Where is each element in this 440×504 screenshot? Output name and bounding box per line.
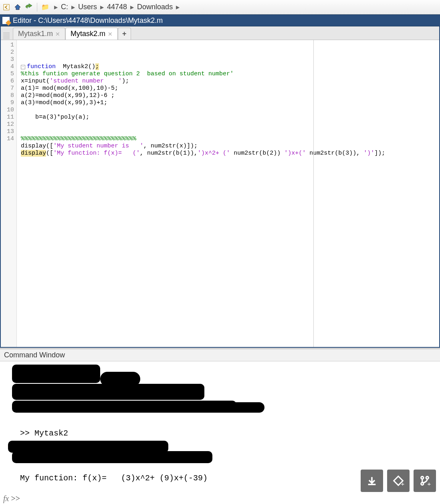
tab-label: Mytask2.m <box>71 30 105 38</box>
folder-icon[interactable] <box>40 2 50 12</box>
chevron-right-icon: ▶ <box>69 4 77 10</box>
close-icon[interactable]: ✕ <box>108 31 113 37</box>
download-button[interactable] <box>361 470 383 492</box>
floating-action-buttons: + + <box>361 470 436 492</box>
code-line[interactable]: %this funtion generate question 2 based … <box>21 71 439 78</box>
print-margin-line <box>313 40 314 347</box>
svg-point-6 <box>426 476 428 479</box>
chevron-right-icon: ▶ <box>98 4 106 10</box>
redacted-block <box>224 402 264 413</box>
svg-point-4 <box>421 476 424 479</box>
tab-mytask2[interactable]: Mytask2.m ✕ <box>65 28 118 40</box>
tab-label: Mytask1.m <box>18 30 53 38</box>
add-layer-button[interactable]: + <box>387 470 410 492</box>
add-branch-button[interactable]: + <box>414 470 436 492</box>
code-editor[interactable]: 1234567891011121314 -function Mytask2();… <box>1 40 439 347</box>
breadcrumb[interactable]: ▶ C: ▶ Users ▶ 44748 ▶ Downloads ▶ <box>52 3 182 11</box>
svg-text:+: + <box>427 481 431 487</box>
editor-titlebar: Editor - C:\Users\44748\Downloads\Mytask… <box>0 14 440 26</box>
breadcrumb-segment[interactable]: C: <box>61 3 68 11</box>
code-line[interactable]: -function Mytask2(); <box>21 63 439 71</box>
code-line[interactable] <box>21 157 439 164</box>
address-toolbar: ▶ C: ▶ Users ▶ 44748 ▶ Downloads ▶ <box>0 0 440 14</box>
redacted-block <box>12 365 100 383</box>
breadcrumb-segment[interactable]: Downloads <box>137 3 173 11</box>
fx-prompt-icon[interactable]: fx >> <box>3 494 20 503</box>
editor-tabstrip: Mytask1.m ✕ Mytask2.m ✕ + <box>1 26 439 40</box>
svg-point-5 <box>421 482 424 485</box>
chevron-right-icon: ▶ <box>128 4 136 10</box>
command-window-title: Command Window <box>0 349 440 361</box>
line-number-gutter: 1234567891011121314 <box>1 40 17 347</box>
code-line[interactable]: display(['My student number is ', num2st… <box>21 143 439 150</box>
command-output-line: My function: f(x)= (3)x^2+ (9)x+(-39) <box>20 474 208 483</box>
toolbar-separator <box>37 3 37 12</box>
code-line[interactable]: b=a(3)*poly(a); <box>21 114 439 121</box>
redacted-block <box>12 401 236 413</box>
fold-icon[interactable]: - <box>21 65 25 69</box>
close-icon[interactable]: ✕ <box>55 31 60 37</box>
new-tab-button[interactable]: + <box>118 28 131 40</box>
svg-text:+: + <box>401 481 404 487</box>
code-line[interactable]: display(['My function: f(x)= (', num2str… <box>21 150 439 157</box>
nav-forward-button[interactable] <box>24 2 34 12</box>
redacted-block <box>12 384 204 400</box>
editor-title: Editor - C:\Users\44748\Downloads\Mytask… <box>13 16 163 25</box>
tab-mytask1[interactable]: Mytask1.m ✕ <box>13 28 65 40</box>
breadcrumb-segment[interactable]: Users <box>78 3 97 11</box>
command-window: Command Window >> Mytask2 My function: f… <box>0 348 440 504</box>
svg-marker-1 <box>15 4 20 10</box>
nav-home-button[interactable] <box>13 2 22 12</box>
editor-icon <box>2 17 10 24</box>
code-line[interactable] <box>21 121 439 128</box>
tabstrip-grip[interactable] <box>3 32 10 40</box>
svg-rect-0 <box>4 4 9 10</box>
code-content[interactable]: -function Mytask2();%this funtion genera… <box>17 40 439 347</box>
code-line[interactable]: a(1)= mod(mod(x,100),10)-5; <box>21 85 439 92</box>
chevron-right-icon: ▶ <box>174 4 182 10</box>
code-line[interactable] <box>21 107 439 114</box>
code-line[interactable]: a(2)=mod(mod(x,99),12)-6 ; <box>21 92 439 99</box>
breadcrumb-segment[interactable]: 44748 <box>107 3 127 11</box>
redacted-block <box>12 451 212 463</box>
command-prompt-line: >> Mytask2 <box>20 429 68 438</box>
code-line[interactable]: x=input('student number '); <box>21 78 439 85</box>
nav-back-button[interactable] <box>2 2 11 12</box>
code-line[interactable]: a(3)=mod(mod(x,99),3)+1; <box>21 99 439 107</box>
code-line[interactable] <box>21 128 439 135</box>
command-window-body[interactable]: >> Mytask2 My function: f(x)= (3)x^2+ (9… <box>0 361 440 504</box>
code-line[interactable]: %%%%%%%%%%%%%%%%%%%%%%%%%%%%%%%% <box>21 135 439 143</box>
editor-frame: Mytask1.m ✕ Mytask2.m ✕ + 12345678910111… <box>0 26 440 348</box>
chevron-right-icon: ▶ <box>52 4 60 10</box>
